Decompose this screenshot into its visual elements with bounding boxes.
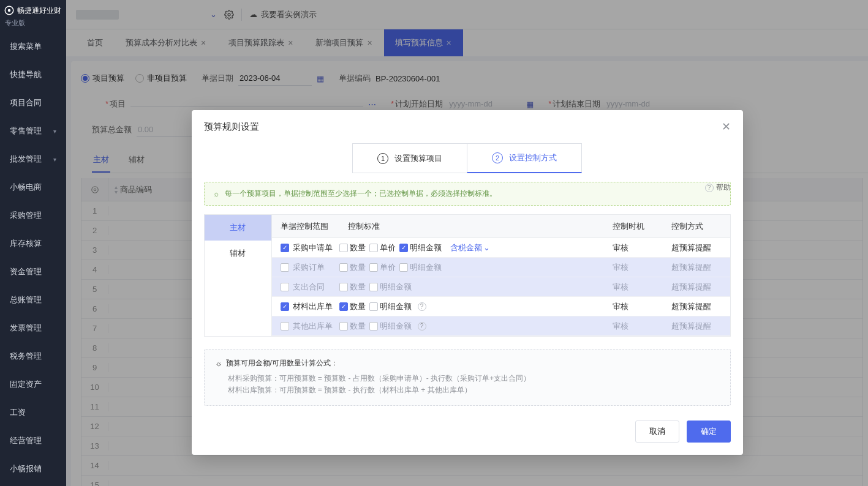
- checkbox[interactable]: [339, 322, 348, 331]
- tax-dropdown[interactable]: 含税金额 ⌄: [450, 242, 490, 253]
- rt-head-timing: 控制时机: [604, 221, 663, 232]
- formula-box: ☼预算可用金额/可用数量计算公式： 材料采购预算：可用预算数 = 预算数 - 占…: [204, 349, 731, 406]
- brand-icon: [4, 5, 15, 16]
- sidebar-item-4[interactable]: 批发管理▾: [0, 145, 66, 173]
- checkbox[interactable]: [369, 244, 378, 252]
- sidebar-item-6[interactable]: 采购管理: [0, 201, 66, 230]
- rule-row-2: 支出合同数量明细金额审核超预算提醒: [272, 277, 730, 297]
- bulb-icon: ☼: [213, 190, 220, 198]
- sidebar-item-11[interactable]: 税务管理: [0, 342, 66, 370]
- rule-row-3: 材料出库单数量明细金额?审核超预算提醒: [272, 297, 730, 316]
- checkbox[interactable]: [339, 283, 348, 291]
- cancel-button[interactable]: 取消: [635, 421, 679, 443]
- svg-point-1: [8, 9, 11, 12]
- sidebar-item-15[interactable]: 小畅报销: [0, 455, 66, 483]
- rule-row-4: 其他出库单数量明细金额?审核超预算提醒: [272, 316, 730, 336]
- help-icon: ?: [705, 184, 714, 192]
- step-1[interactable]: 1设置预算项目: [352, 143, 467, 173]
- help-icon[interactable]: ?: [418, 302, 426, 311]
- sidebar-item-3[interactable]: 零售管理▾: [0, 117, 66, 145]
- rt-head-scope: 单据控制范围: [272, 221, 339, 232]
- rule-row-1: 采购订单数量单价明细金额审核超预算提醒: [272, 258, 730, 277]
- sidebar-item-8[interactable]: 资金管理: [0, 258, 66, 286]
- sidebar-item-9[interactable]: 总账管理: [0, 286, 66, 314]
- checkbox[interactable]: [369, 302, 378, 311]
- checkbox[interactable]: [339, 302, 348, 311]
- chevron-down-icon: ⌄: [483, 243, 490, 252]
- checkbox[interactable]: [281, 302, 289, 311]
- brand-name: 畅捷通好业财: [17, 6, 61, 16]
- bulb-icon: ☼: [216, 359, 222, 368]
- caret-down-icon: ▾: [53, 128, 56, 135]
- checkbox[interactable]: [281, 244, 289, 252]
- caret-down-icon: ▾: [53, 156, 56, 163]
- sidebar-item-16[interactable]: 基础信息: [0, 483, 66, 486]
- checkbox[interactable]: [399, 263, 408, 272]
- checkbox[interactable]: [369, 283, 378, 291]
- rt-head-standard: 控制标准: [339, 221, 604, 232]
- help-link[interactable]: ?帮助: [703, 182, 731, 193]
- brand-logo: 畅捷通好业财: [0, 0, 66, 18]
- modal-title: 预算规则设置: [204, 121, 259, 133]
- formula-2: 材料出库预算：可用预算数 = 预算数 - 执行数（材料出库单 + 其他出库单）: [228, 385, 719, 395]
- rules-panel: 主材 辅材 单据控制范围 控制标准 控制时机 控制方式 采购申请单数量单价明细金…: [204, 214, 731, 337]
- sidebar-item-2[interactable]: 项目合同: [0, 89, 66, 117]
- checkbox[interactable]: [369, 263, 378, 272]
- modal-overlay: 预算规则设置 ✕ 1设置预算项目 2设置控制方式 ?帮助 ☼ 每一个预算项目，单…: [66, 0, 868, 486]
- modal: 预算规则设置 ✕ 1设置预算项目 2设置控制方式 ?帮助 ☼ 每一个预算项目，单…: [192, 110, 743, 455]
- rules-side-aux[interactable]: 辅材: [205, 241, 271, 266]
- checkbox[interactable]: [339, 263, 348, 272]
- step-2[interactable]: 2设置控制方式: [467, 143, 582, 173]
- sidebar-item-10[interactable]: 发票管理: [0, 314, 66, 342]
- close-icon[interactable]: ✕: [722, 120, 731, 133]
- checkbox[interactable]: [369, 322, 378, 331]
- checkbox[interactable]: [399, 244, 408, 252]
- ok-button[interactable]: 确定: [687, 421, 731, 443]
- help-icon[interactable]: ?: [418, 322, 426, 331]
- checkbox[interactable]: [281, 263, 289, 272]
- sidebar-item-0[interactable]: 搜索菜单: [0, 32, 66, 61]
- checkbox[interactable]: [281, 283, 289, 291]
- checkbox[interactable]: [281, 322, 289, 331]
- sidebar-item-13[interactable]: 工资: [0, 398, 66, 427]
- sidebar-item-5[interactable]: 小畅电商: [0, 173, 66, 201]
- sidebar-item-12[interactable]: 固定资产: [0, 370, 66, 398]
- sidebar: 畅捷通好业财 专业版 搜索菜单快捷导航项目合同零售管理▾批发管理▾小畅电商采购管…: [0, 0, 66, 486]
- sidebar-item-1[interactable]: 快捷导航: [0, 61, 66, 89]
- rules-side-main[interactable]: 主材: [205, 215, 271, 241]
- brand-edition: 专业版: [0, 18, 66, 32]
- rule-row-0: 采购申请单数量单价明细金额含税金额 ⌄审核超预算提醒: [272, 238, 730, 258]
- checkbox[interactable]: [339, 244, 348, 252]
- info-bar: ☼ 每一个预算项目，单据控制范围至少选择一个；已选控制单据，必须选择控制标准。: [204, 182, 731, 206]
- formula-1: 材料采购预算：可用预算数 = 预算数 - 占用数（采购申请单）- 执行数（采购订…: [228, 373, 719, 384]
- rt-head-mode: 控制方式: [663, 221, 730, 232]
- sidebar-item-7[interactable]: 库存核算: [0, 230, 66, 258]
- sidebar-item-14[interactable]: 经营管理: [0, 427, 66, 455]
